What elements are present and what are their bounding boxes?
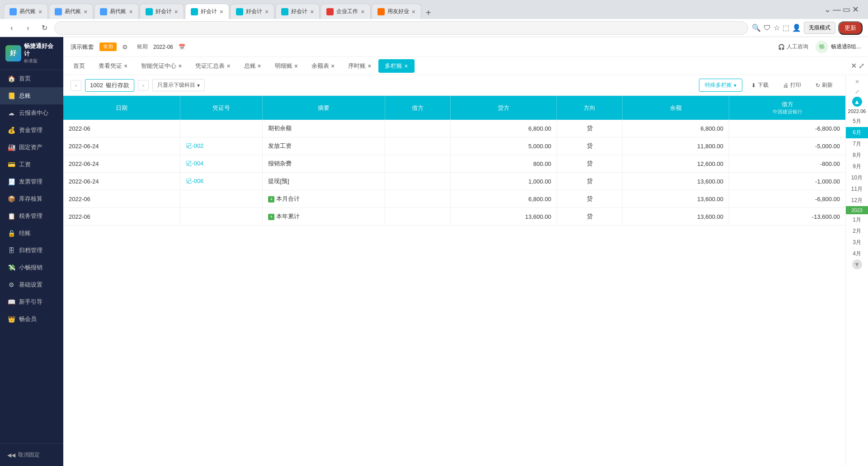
month-2023-4[interactable]: 4月 xyxy=(846,248,868,259)
sidebar-item-funds[interactable]: 💰 资金管理 xyxy=(0,122,63,139)
close-button[interactable]: ✕ xyxy=(852,5,859,14)
month-2023-2[interactable]: 2月 xyxy=(846,226,868,237)
special-multicolumn-button[interactable]: 特殊多栏账 ▾ xyxy=(699,79,742,92)
page-tab-summary[interactable]: 凭证汇总表 × xyxy=(189,59,236,73)
sidebar-item-member[interactable]: 👑 畅会员 xyxy=(0,311,63,328)
settings-gear-icon[interactable]: ⚙ xyxy=(122,43,128,51)
tab-list-button[interactable]: ⌄ xyxy=(824,5,831,14)
calendar-icon[interactable]: 📅 xyxy=(179,44,185,50)
search-icon[interactable]: 🔍 xyxy=(752,24,761,32)
month-11[interactable]: 11月 xyxy=(846,184,868,195)
tab-close-7[interactable]: × xyxy=(361,8,364,15)
update-button[interactable]: 更新 xyxy=(838,21,863,35)
month-10[interactable]: 10月 xyxy=(846,172,868,184)
print-button[interactable]: 🖨 打印 xyxy=(778,79,807,91)
sidebar-item-salary[interactable]: 💳 工资 xyxy=(0,156,63,173)
voucher-link[interactable]: 记-006 xyxy=(186,178,203,184)
month-8[interactable]: 8月 xyxy=(846,150,868,161)
page-tab-balance[interactable]: 余额表 × xyxy=(305,59,341,73)
prev-account-button[interactable]: ‹ xyxy=(71,80,81,91)
download-button[interactable]: ⬇ 下载 xyxy=(746,79,774,91)
right-panel-close-button[interactable]: ✕ xyxy=(853,77,861,87)
next-account-button[interactable]: › xyxy=(138,80,149,91)
voucher-link[interactable]: 记-004 xyxy=(186,160,203,167)
sidebar-item-inventory[interactable]: 📦 库存核算 xyxy=(0,190,63,207)
cell-voucher[interactable] xyxy=(180,120,263,137)
month-9[interactable]: 9月 xyxy=(846,161,868,172)
minimize-button[interactable]: — xyxy=(833,5,841,14)
cell-voucher[interactable]: 记-006 xyxy=(180,173,263,190)
tab-close-5[interactable]: × xyxy=(265,8,269,15)
month-7[interactable]: 7月 xyxy=(846,138,868,150)
back-button[interactable]: ‹ xyxy=(5,22,18,34)
sidebar-item-invoice[interactable]: 🧾 发票管理 xyxy=(0,173,63,190)
extension-icon[interactable]: ⬚ xyxy=(783,24,789,32)
tab-close-0[interactable]: × xyxy=(38,8,42,15)
tab-close-4[interactable]: × xyxy=(220,8,223,15)
forward-button[interactable]: › xyxy=(22,22,34,34)
sidebar-item-closing[interactable]: 🔒 结账 xyxy=(0,225,63,242)
month-nav-down[interactable]: ▼ xyxy=(852,259,862,269)
page-tab-general[interactable]: 总账 × xyxy=(238,59,268,73)
page-tab-sequence[interactable]: 序时账 × xyxy=(342,59,377,73)
month-2023-3[interactable]: 3月 xyxy=(846,237,868,248)
sidebar-item-assets[interactable]: 🏭 固定资产 xyxy=(0,139,63,156)
filter-subcategory-button[interactable]: 只显示下级科目 ▾ xyxy=(152,79,205,91)
unpin-button[interactable]: ◀◀ 取消固定 xyxy=(5,448,59,461)
tab-close-8[interactable]: × xyxy=(412,8,415,15)
page-tab-smart-voucher[interactable]: 智能凭证中心 × xyxy=(135,59,188,73)
account-selector[interactable]: 1002 银行存款 xyxy=(85,79,134,92)
tab-close-1[interactable]: × xyxy=(84,8,87,15)
demo-badge[interactable]: 常用 xyxy=(99,42,117,51)
cell-voucher[interactable]: 记-002 xyxy=(180,137,263,155)
wuhen-mode-button[interactable]: 无痕模式 xyxy=(804,22,835,34)
tab-2[interactable]: 易代账 × xyxy=(94,4,138,19)
tab-close-general[interactable]: × xyxy=(258,62,261,70)
month-nav-up[interactable]: ▲ xyxy=(852,97,862,107)
tab-close-multicolumn[interactable]: × xyxy=(404,62,408,70)
tab-close-sequence[interactable]: × xyxy=(368,62,371,70)
profile-icon[interactable]: 👤 xyxy=(792,24,801,32)
month-5[interactable]: 5月 xyxy=(846,116,868,127)
page-tab-voucher[interactable]: 查看凭证 × xyxy=(92,59,134,73)
close-tab-icon[interactable]: ✕ xyxy=(851,61,857,70)
user-avatar[interactable]: 畅 畅通通B组... xyxy=(816,41,861,53)
cell-voucher[interactable] xyxy=(180,190,263,208)
consult-button[interactable]: 🎧 人工咨询 xyxy=(778,43,808,51)
tab-4[interactable]: 好会计 × xyxy=(185,4,229,19)
month-12[interactable]: 12月 xyxy=(846,195,868,206)
sidebar-item-tax[interactable]: 📋 税务管理 xyxy=(0,207,63,225)
tab-close-voucher[interactable]: × xyxy=(124,62,127,70)
sidebar-item-archive[interactable]: 🗄 归档管理 xyxy=(0,242,63,259)
reload-button[interactable]: ↻ xyxy=(38,22,51,34)
right-panel-expand-button[interactable]: ⤢ xyxy=(853,87,861,97)
shield-icon[interactable]: 🛡 xyxy=(764,24,771,32)
sidebar-item-expense[interactable]: 💸 小畅报销 xyxy=(0,259,63,276)
sidebar-item-ledger[interactable]: 📒 总账 xyxy=(0,87,63,104)
tab-close-summary[interactable]: × xyxy=(226,62,230,70)
address-input[interactable]: cloud2.chanjet.com/accounting/uh26t264j5… xyxy=(54,21,748,35)
sidebar-item-guide[interactable]: 📖 新手引导 xyxy=(0,293,63,311)
tab-6[interactable]: 好会计 × xyxy=(275,4,320,19)
page-tab-home[interactable]: 首页 xyxy=(67,59,91,73)
sidebar-item-cloud-report[interactable]: ☁ 云报表中心 xyxy=(0,104,63,122)
sidebar-item-home[interactable]: 🏠 首页 xyxy=(0,70,63,87)
tab-close-smart[interactable]: × xyxy=(178,62,182,70)
expand-tab-icon[interactable]: ⤢ xyxy=(859,61,864,70)
month-6[interactable]: 6月 xyxy=(846,127,868,138)
cell-voucher[interactable]: 记-004 xyxy=(180,155,263,173)
page-tab-multicolumn[interactable]: 多栏账 × xyxy=(378,59,414,73)
page-tab-detail[interactable]: 明细账 × xyxy=(269,59,304,73)
new-tab-button[interactable]: + xyxy=(422,6,435,19)
month-2023-1[interactable]: 1月 xyxy=(846,214,868,226)
tab-1[interactable]: 易代账 × xyxy=(49,4,93,19)
tab-close-6[interactable]: × xyxy=(310,8,314,15)
tab-7[interactable]: 企业工作 × xyxy=(321,4,370,19)
tab-close-3[interactable]: × xyxy=(175,8,178,15)
tab-0[interactable]: 易代账 × xyxy=(4,4,48,19)
voucher-link[interactable]: 记-002 xyxy=(186,142,203,149)
tab-close-balance[interactable]: × xyxy=(331,62,335,70)
tab-3[interactable]: 好会计 × xyxy=(140,4,184,19)
tab-close-2[interactable]: × xyxy=(129,8,132,15)
refresh-button[interactable]: ↻ 刷新 xyxy=(810,79,838,91)
